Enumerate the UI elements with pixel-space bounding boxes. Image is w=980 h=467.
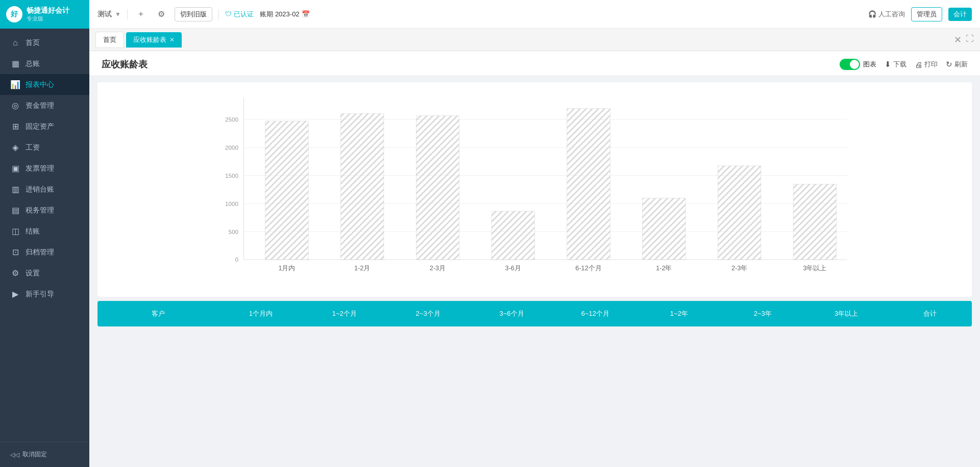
svg-rect-16: [492, 211, 534, 260]
sidebar-item-funds[interactable]: ◎ 资金管理: [0, 95, 89, 116]
sidebar-item-label: 进销台账: [26, 185, 54, 194]
reports-icon: 📊: [10, 80, 20, 89]
certified-badge: 🛡 已认证: [225, 10, 254, 19]
page-header: 应收账龄表 图表 ⬇ 下载 🖨 打印 ↻ 刷新: [89, 51, 980, 76]
sidebar-item-assets[interactable]: ⊞ 固定资产: [0, 116, 89, 137]
funds-icon: ◎: [10, 101, 20, 110]
svg-rect-20: [793, 184, 836, 260]
period-display: 账期 2023-02 📅: [260, 10, 310, 19]
svg-text:3年以上: 3年以上: [803, 265, 826, 272]
sidebar-item-home[interactable]: ⌂ 首页: [0, 33, 89, 53]
th-customer: 客户: [97, 301, 219, 326]
guide-icon: ▶: [10, 289, 20, 299]
sidebar-logo: 好 畅捷通好会计 专业版: [0, 0, 89, 29]
svg-text:3-6月: 3-6月: [505, 265, 521, 272]
tab-close-icon[interactable]: ✕: [169, 36, 175, 43]
settings-button[interactable]: ⚙: [154, 7, 168, 21]
sidebar-item-label: 新手引导: [26, 290, 54, 299]
project-name: 测试: [97, 10, 112, 19]
app-edition: 专业版: [27, 15, 69, 22]
sidebar-item-ledger[interactable]: ▦ 总账: [0, 53, 89, 74]
tab-close-window-icon[interactable]: ✕: [954, 34, 962, 45]
role-button[interactable]: 会计: [948, 8, 972, 21]
calendar-icon[interactable]: 📅: [302, 10, 310, 18]
app-name: 畅捷通好会计: [27, 6, 69, 15]
pin-icon: ◁◁: [10, 451, 19, 458]
sidebar-nav: ⌂ 首页 ▦ 总账 📊 报表中心 ◎ 资金管理 ⊞ 固定资产 ◈ 工资 ▣ 发票…: [0, 29, 89, 441]
sidebar-item-tax[interactable]: ▤ 税务管理: [0, 200, 89, 221]
chart-toggle-group: 图表: [840, 59, 876, 70]
svg-text:6-12个月: 6-12个月: [575, 265, 601, 272]
sidebar-item-close[interactable]: ◫ 结账: [0, 221, 89, 242]
topbar-divider-1: [127, 9, 128, 19]
switch-version-button[interactable]: 切到旧版: [175, 7, 212, 21]
manager-button[interactable]: 管理员: [911, 7, 942, 21]
refresh-button[interactable]: ↻ 刷新: [946, 60, 968, 69]
svg-rect-17: [567, 109, 610, 260]
chart-container: 0 500 1000 1500 2000 2500: [97, 82, 972, 297]
table-container: 客户 1个月内 1~2个月 2~3个月 3~6个月 6~12个月 1~2年 2~…: [97, 301, 972, 326]
add-button[interactable]: ＋: [134, 7, 148, 21]
purchase-icon: ▥: [10, 184, 20, 194]
th-1-2year: 1~2年: [637, 301, 721, 326]
sidebar-item-salary[interactable]: ◈ 工资: [0, 137, 89, 158]
sidebar-item-guide[interactable]: ▶ 新手引导: [0, 284, 89, 305]
sidebar-item-purchase[interactable]: ▥ 进销台账: [0, 179, 89, 200]
bar-chart: 0 500 1000 1500 2000 2500: [108, 92, 962, 287]
th-2-3month: 2~3个月: [386, 301, 470, 326]
page-title: 应收账龄表: [102, 58, 148, 71]
sidebar-item-label: 税务管理: [26, 206, 54, 215]
sidebar-item-label: 发票管理: [26, 164, 54, 173]
sidebar-item-archive[interactable]: ⊡ 归档管理: [0, 242, 89, 263]
svg-text:1000: 1000: [225, 200, 238, 207]
chart-wrapper: 0 500 1000 1500 2000 2500: [108, 92, 962, 287]
tab-ar-aging[interactable]: 应收账龄表 ✕: [126, 32, 182, 48]
cancel-fixed-button[interactable]: ◁◁ 取消固定: [6, 447, 83, 462]
tabbar: 首页 应收账龄表 ✕ ✕ ⛶: [89, 29, 980, 51]
topbar-right: 🎧 人工咨询 管理员 会计: [868, 7, 972, 21]
dropdown-icon: ▼: [115, 11, 121, 18]
th-total: 合计: [888, 301, 972, 326]
invoice-icon: ▣: [10, 164, 20, 173]
th-3year-plus: 3年以上: [804, 301, 888, 326]
svg-rect-19: [718, 166, 761, 260]
sidebar-footer: ◁◁ 取消固定: [0, 441, 89, 467]
sidebar-item-label: 资金管理: [26, 101, 54, 110]
sidebar-item-reports[interactable]: 📊 报表中心: [0, 74, 89, 95]
assets-icon: ⊞: [10, 122, 20, 131]
sidebar: 好 畅捷通好会计 专业版 ⌂ 首页 ▦ 总账 📊 报表中心 ◎ 资金管理 ⊞ 固…: [0, 0, 89, 467]
project-selector[interactable]: 测试 ▼: [97, 10, 121, 19]
download-icon: ⬇: [885, 60, 891, 69]
svg-text:0: 0: [235, 256, 238, 263]
chart-toggle-switch[interactable]: [840, 59, 860, 70]
logo-icon: 好: [6, 6, 22, 22]
svg-text:2-3年: 2-3年: [731, 265, 747, 272]
download-button[interactable]: ⬇ 下载: [885, 60, 906, 69]
print-button[interactable]: 🖨 打印: [915, 60, 938, 69]
service-label: 人工咨询: [878, 10, 905, 19]
print-label: 打印: [924, 60, 938, 69]
svg-text:2000: 2000: [225, 144, 238, 151]
home-icon: ⌂: [10, 38, 20, 48]
service-button[interactable]: 🎧 人工咨询: [868, 10, 905, 19]
period-value: 2023-02: [275, 10, 300, 18]
svg-rect-18: [643, 198, 685, 260]
sidebar-item-settings[interactable]: ⚙ 设置: [0, 263, 89, 284]
tab-home[interactable]: 首页: [95, 32, 124, 48]
certified-label: 已认证: [234, 10, 254, 19]
salary-icon: ◈: [10, 143, 20, 152]
th-1-2month: 1~2个月: [303, 301, 386, 326]
svg-rect-15: [416, 115, 459, 260]
th-6-12month: 6~12个月: [553, 301, 637, 326]
sidebar-item-label: 工资: [26, 143, 40, 152]
sidebar-item-invoice[interactable]: ▣ 发票管理: [0, 158, 89, 179]
sidebar-item-label: 固定资产: [26, 122, 54, 131]
headset-icon: 🎧: [868, 10, 876, 18]
refresh-label: 刷新: [954, 60, 968, 69]
svg-text:1500: 1500: [225, 172, 238, 179]
th-1month: 1个月内: [219, 301, 303, 326]
page-area: 应收账龄表 图表 ⬇ 下载 🖨 打印 ↻ 刷新: [89, 51, 980, 467]
tab-expand-icon[interactable]: ⛶: [966, 34, 974, 45]
sidebar-item-label: 总账: [26, 59, 40, 68]
svg-rect-14: [341, 113, 384, 260]
